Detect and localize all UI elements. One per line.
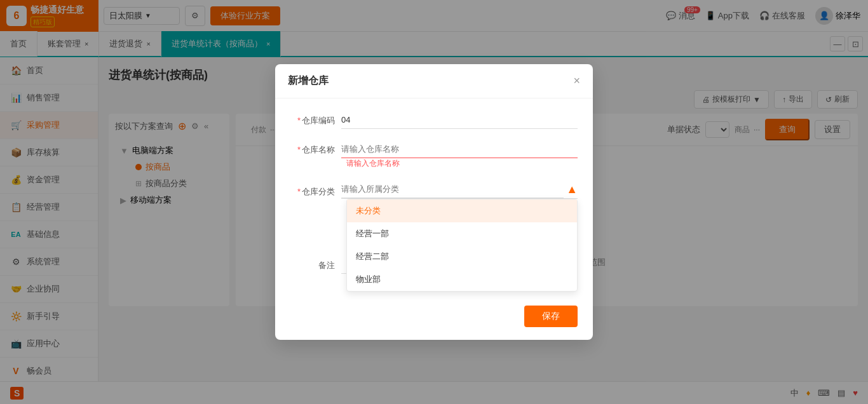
- category-dropdown-list: 未分类 经营一部 经营二部 物业部: [346, 199, 578, 292]
- dropdown-item-2[interactable]: 经营二部: [347, 245, 577, 268]
- new-warehouse-modal: 新增仓库 × 仓库编码 仓库名称 请输入仓库名称: [275, 64, 593, 340]
- warehouse-name-error: 请输入仓库名称: [346, 159, 400, 168]
- dropdown-item-0[interactable]: 未分类: [347, 199, 577, 222]
- modal-title: 新增仓库: [288, 74, 329, 88]
- warehouse-category-label: 仓库分类: [290, 182, 341, 198]
- warehouse-category-input[interactable]: [341, 180, 564, 198]
- form-row-category: 仓库分类 ▲ 未分类 经营一部 经营二部 物业部: [290, 180, 578, 199]
- modal-body: 仓库编码 仓库名称 请输入仓库名称 仓库分类 ▲: [275, 98, 593, 298]
- modal-header: 新增仓库 ×: [275, 64, 593, 98]
- modal-footer: 保存: [275, 298, 593, 340]
- warehouse-name-input[interactable]: [341, 140, 578, 158]
- warehouse-code-label: 仓库编码: [290, 111, 341, 126]
- save-button[interactable]: 保存: [524, 306, 578, 327]
- warehouse-name-label: 仓库名称: [290, 140, 341, 156]
- dropdown-item-1[interactable]: 经营一部: [347, 222, 577, 245]
- modal-close-button[interactable]: ×: [573, 74, 580, 88]
- warehouse-code-input[interactable]: [341, 111, 578, 129]
- form-row-name: 仓库名称 请输入仓库名称: [290, 140, 578, 169]
- modal-overlay: 新增仓库 × 仓库编码 仓库名称 请输入仓库名称: [0, 0, 868, 404]
- category-dropdown-arrow[interactable]: ▲: [564, 183, 578, 196]
- form-row-code: 仓库编码: [290, 111, 578, 129]
- notes-label: 备注: [290, 256, 341, 271]
- dropdown-item-3[interactable]: 物业部: [347, 268, 577, 291]
